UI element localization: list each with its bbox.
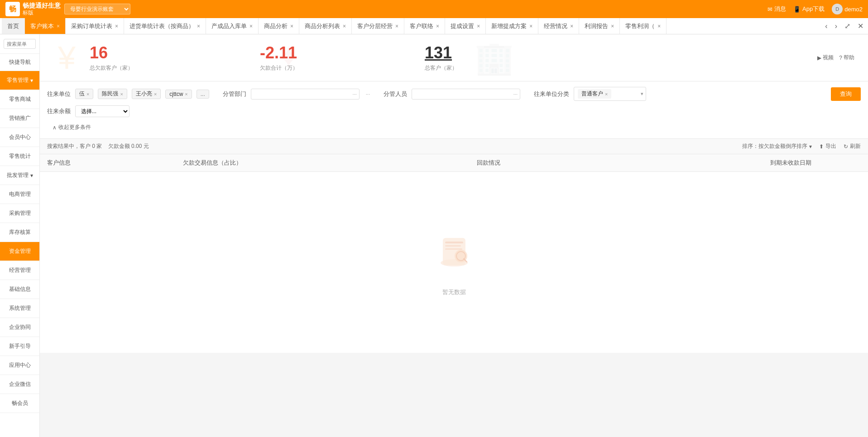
tab-goods-analysis-list[interactable]: 商品分析列表 × bbox=[299, 18, 352, 34]
logo-symbol: 畅 bbox=[9, 5, 16, 14]
tab-close-commission-settings[interactable]: × bbox=[477, 23, 480, 29]
tab-close-goods-analysis-list[interactable]: × bbox=[343, 23, 346, 29]
top-bar-left: 畅 畅捷通好生意 标版 母婴行业演示账套 bbox=[5, 1, 130, 17]
filter-more-text: ... bbox=[201, 91, 205, 97]
tab-goods-analysis[interactable]: 商品分析 × bbox=[259, 18, 299, 34]
tab-prev-btn[interactable]: ‹ bbox=[822, 21, 830, 31]
filter-tag-cjttcw-remove[interactable]: × bbox=[185, 91, 187, 97]
message-icon: ✉ bbox=[767, 6, 772, 13]
sidebar-item-retail[interactable]: 零售管理 ▾ bbox=[0, 71, 39, 90]
unit-category-input[interactable]: 普通客户 × bbox=[574, 87, 646, 101]
sidebar-item-system[interactable]: 系统管理 bbox=[0, 299, 39, 318]
refresh-label: 刷新 bbox=[850, 142, 861, 150]
tab-home[interactable]: 首页 bbox=[2, 18, 25, 34]
sidebar-item-member-plus[interactable]: 畅会员 bbox=[0, 394, 39, 413]
sidebar-item-enterprise-wechat[interactable]: 企业微信 bbox=[0, 375, 39, 394]
sidebar-item-newbie[interactable]: 新手引导 bbox=[0, 337, 39, 356]
tab-close-goods-analysis[interactable]: × bbox=[290, 23, 293, 29]
filter-tag-chen-text: 陈民强 bbox=[102, 90, 118, 98]
filter-tag-more[interactable]: ... bbox=[197, 90, 209, 99]
purchase-stats-tab-label: 进货单统计表（按商品） bbox=[129, 22, 194, 30]
tab-customer-account[interactable]: 客户账本 × bbox=[25, 18, 66, 34]
export-label: 导出 bbox=[825, 142, 836, 150]
query-button[interactable]: 查询 bbox=[831, 87, 861, 101]
tab-close-customer-contact[interactable]: × bbox=[436, 23, 439, 29]
filter-tag-chen-remove[interactable]: × bbox=[120, 91, 123, 97]
sidebar-enterprise-wechat-label: 企业微信 bbox=[9, 381, 31, 387]
results-unit: 家 bbox=[96, 143, 102, 149]
tab-operations[interactable]: 经营情况 × bbox=[538, 18, 579, 34]
goods-analysis-tab-label: 商品分析 bbox=[264, 22, 288, 30]
tab-product-storage[interactable]: 产成品入库单 × bbox=[206, 18, 259, 34]
sidebar-item-basic-info[interactable]: 基础信息 bbox=[0, 280, 39, 299]
tab-customer-tier[interactable]: 客户分层经营 × bbox=[352, 18, 404, 34]
tab-purchase-order[interactable]: 采购订单统计表 × bbox=[66, 18, 124, 34]
filter-row-2: 往来余额 选择... bbox=[47, 105, 861, 117]
sort-text: 排序：按欠款金额倒序排序 bbox=[742, 142, 807, 150]
tab-profit-report[interactable]: 利润报告 × bbox=[579, 18, 620, 34]
user-menu[interactable]: D demo2 bbox=[832, 4, 863, 14]
sidebar-item-purchase[interactable]: 采购管理 bbox=[0, 204, 39, 223]
refresh-btn[interactable]: ↻ 刷新 bbox=[844, 142, 861, 150]
tab-close-product-storage[interactable]: × bbox=[249, 23, 253, 29]
tab-purchase-stats[interactable]: 进货单统计表（按商品） × bbox=[124, 18, 206, 34]
customer-tier-tab-label: 客户分层经营 bbox=[357, 22, 393, 30]
tab-close-new-commission[interactable]: × bbox=[529, 23, 532, 29]
help-btn[interactable]: ? 帮助 bbox=[839, 54, 854, 62]
tab-close-customer-account[interactable]: × bbox=[57, 23, 60, 29]
tab-retail-profit[interactable]: 零售利润（ × bbox=[620, 18, 667, 34]
search-menu-input[interactable] bbox=[4, 39, 36, 49]
video-btn[interactable]: ▶ 视频 bbox=[817, 54, 834, 62]
filter-tag-wu-remove[interactable]: × bbox=[86, 91, 89, 97]
tab-expand-btn[interactable]: ⤢ bbox=[842, 21, 853, 31]
collapse-btn[interactable]: ∧ 收起更多条件 bbox=[47, 122, 861, 133]
filter-tag-wang-remove[interactable]: × bbox=[154, 91, 157, 97]
empty-state: 暂无数据 bbox=[432, 202, 477, 323]
customer-account-tab-label: 客户账本 bbox=[30, 22, 54, 30]
sidebar-item-wholesale[interactable]: 批发管理 ▾ bbox=[0, 166, 39, 185]
filter-area: 往来单位 伍 × 陈民强 × 王小亮 × cjttcw × bbox=[40, 81, 868, 139]
tab-next-btn[interactable]: › bbox=[832, 21, 840, 31]
tab-close-operations[interactable]: × bbox=[570, 23, 573, 29]
filter-tag-wang-text: 王小亮 bbox=[136, 90, 152, 98]
dept-input[interactable] bbox=[251, 89, 360, 100]
tab-close-purchase-order[interactable]: × bbox=[115, 23, 118, 29]
export-btn[interactable]: ⬆ 导出 bbox=[819, 142, 836, 150]
sidebar-item-inventory[interactable]: 库存核算 bbox=[0, 223, 39, 242]
tab-new-commission[interactable]: 新增提成方案 × bbox=[486, 18, 538, 34]
sidebar-ecommerce-label: 电商管理 bbox=[9, 191, 31, 197]
sidebar-item-operations[interactable]: 经营管理 bbox=[0, 261, 39, 280]
empty-illustration bbox=[432, 229, 477, 274]
tab-close-customer-tier[interactable]: × bbox=[395, 23, 398, 29]
balance-select[interactable]: 选择... bbox=[75, 105, 129, 117]
svg-rect-4 bbox=[445, 248, 462, 250]
app-download-btn[interactable]: 📱 App下载 bbox=[793, 5, 825, 13]
sidebar-item-member[interactable]: 会员中心 bbox=[0, 128, 39, 147]
tab-close-retail-profit[interactable]: × bbox=[657, 23, 661, 29]
sidebar-item-finance[interactable]: 资金管理 bbox=[0, 242, 39, 261]
tab-close-purchase-stats[interactable]: × bbox=[197, 23, 200, 29]
person-input[interactable] bbox=[412, 89, 520, 100]
tab-commission-settings[interactable]: 提成设置 × bbox=[445, 18, 486, 34]
message-btn[interactable]: ✉ 消息 bbox=[767, 5, 786, 13]
sidebar-item-marketing[interactable]: 营销推广 bbox=[0, 109, 39, 128]
sidebar-item-retail-mall[interactable]: 零售商城 bbox=[0, 90, 39, 109]
tab-close-all-btn[interactable]: ✕ bbox=[855, 21, 866, 31]
chevron-up-icon: ∧ bbox=[53, 124, 57, 131]
filter-tag-wu-text: 伍 bbox=[79, 90, 85, 98]
sort-label: 排序：按欠款金额倒序排序 ▾ bbox=[742, 142, 812, 150]
sidebar-retail-stats-label: 零售统计 bbox=[9, 153, 31, 159]
sidebar-item-app-center[interactable]: 应用中心 bbox=[0, 356, 39, 375]
sidebar-item-retail-stats[interactable]: 零售统计 bbox=[0, 147, 39, 166]
logo-main: 畅捷通好生意 bbox=[23, 1, 61, 10]
tab-close-profit-report[interactable]: × bbox=[611, 23, 614, 29]
commission-settings-tab-label: 提成设置 bbox=[451, 22, 474, 30]
filter-tag-chen: 陈民强 × bbox=[98, 89, 127, 99]
collapse-label: 收起更多条件 bbox=[58, 124, 91, 131]
workspace-select[interactable]: 母婴行业演示账套 bbox=[64, 4, 130, 14]
unit-category-remove[interactable]: × bbox=[605, 91, 608, 97]
sidebar-item-ecommerce[interactable]: 电商管理 bbox=[0, 185, 39, 204]
tab-customer-contact[interactable]: 客户联络 × bbox=[404, 18, 445, 34]
sidebar-quick-nav[interactable]: 快捷导航 bbox=[0, 54, 39, 71]
sidebar-item-enterprise-collab[interactable]: 企业协同 bbox=[0, 318, 39, 337]
